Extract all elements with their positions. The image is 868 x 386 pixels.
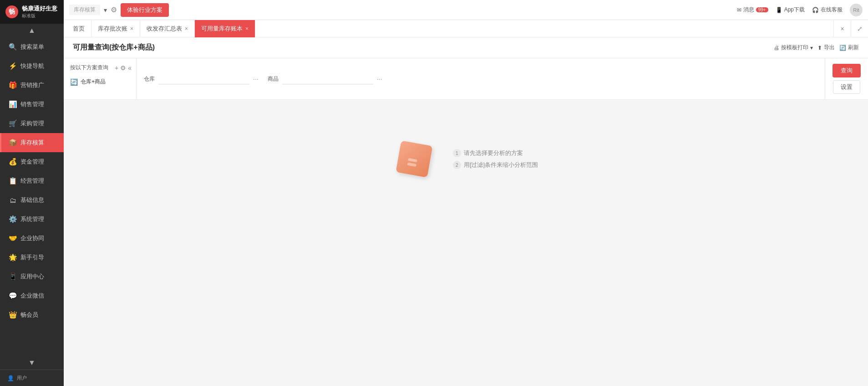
scheme-settings-btn[interactable]: ⚙ xyxy=(120,64,126,72)
refresh-label: 刷新 xyxy=(848,44,859,51)
sidebar-item-newbie[interactable]: 🌟 新手引导 xyxy=(0,248,64,267)
refresh-icon: 🔄 xyxy=(839,45,846,51)
scheme-item-warehouse-product[interactable]: 🔄 仓库+商品 xyxy=(64,75,136,88)
print-btn[interactable]: 🖨 按模板打印 ▾ xyxy=(774,44,813,51)
topbar-gear-icon[interactable]: ⚙ xyxy=(111,5,117,14)
sidebar-item-label: 资金管理 xyxy=(20,158,44,166)
sidebar-item-system[interactable]: ⚙️ 系统管理 xyxy=(0,210,64,229)
app-title-wrap: 畅康通好生意 标准版 xyxy=(22,5,57,19)
sidebar-item-wechat[interactable]: 💬 企业微信 xyxy=(0,286,64,305)
breadcrumb-dropdown[interactable]: ▾ xyxy=(104,6,107,14)
sidebar-bottom: 👤 用户 xyxy=(0,370,64,386)
product-more-btn[interactable]: ··· xyxy=(377,75,382,82)
scheme-item-icon: 🔄 xyxy=(70,78,78,86)
app-download-btn[interactable]: 📱 App下载 xyxy=(776,6,805,14)
tab-available-ledger-close[interactable]: × xyxy=(245,26,249,32)
export-icon: ⬆ xyxy=(817,45,822,51)
folder-icon: 🗂 xyxy=(9,196,17,204)
tab-inout-summary[interactable]: 收发存汇总表 × xyxy=(140,20,195,37)
tab-window-btns: × ⤢ xyxy=(833,20,868,37)
tab-home-label: 首页 xyxy=(73,25,85,33)
page-header: 可用量查询(按仓库+商品) 🖨 按模板打印 ▾ ⬆ 导出 🔄 刷新 xyxy=(64,37,868,58)
app-download-label: App下载 xyxy=(784,6,805,14)
gear-icon: ⚙️ xyxy=(9,215,17,223)
sidebar-item-label: 企业协同 xyxy=(20,234,44,242)
sidebar: 畅 畅康通好生意 标准版 ▲ 🔍 搜索菜单 ⚡ 快捷导航 🎁 营销推广 📊 销售… xyxy=(0,0,64,386)
scheme-collapse-btn[interactable]: « xyxy=(128,64,132,72)
tab-available-ledger-label: 可用量库存账本 xyxy=(201,25,243,33)
main-content: 库存核算 ▾ ⚙ 体验行业方案 ✉ 消息 99+ 📱 App下载 🎧 在线客服 … xyxy=(64,0,868,386)
sidebar-item-purchase[interactable]: 🛒 采购管理 xyxy=(0,114,64,133)
tab-available-ledger[interactable]: 可用量库存账本 × xyxy=(195,20,255,37)
tab-batch-ledger-close[interactable]: × xyxy=(130,26,133,32)
shortcut-icon: ⚡ xyxy=(9,62,17,70)
empty-hints: 1 请先选择要分析的方案 2 用[过滤]条件来缩小分析范围 xyxy=(453,149,538,169)
user-icon: 👤 xyxy=(7,375,14,381)
query-btn[interactable]: 查询 xyxy=(832,64,861,77)
sidebar-scroll-up[interactable]: ▲ xyxy=(0,24,64,37)
hint1-num: 1 xyxy=(453,149,461,157)
tab-expand-window-btn[interactable]: ⤢ xyxy=(851,20,868,37)
hint1-text: 请先选择要分析的方案 xyxy=(464,149,523,157)
sidebar-item-search[interactable]: 🔍 搜索菜单 xyxy=(0,37,64,57)
print-label: 按模板打印 xyxy=(781,44,808,51)
sidebar-item-marketing[interactable]: 🎁 营销推广 xyxy=(0,76,64,95)
sidebar-item-member[interactable]: 👑 畅会员 xyxy=(0,305,64,324)
sidebar-item-basic[interactable]: 🗂 基础信息 xyxy=(0,190,64,210)
sidebar-item-label: 系统管理 xyxy=(20,215,44,223)
trial-btn[interactable]: 体验行业方案 xyxy=(121,3,169,17)
sidebar-item-label: 畅会员 xyxy=(20,311,38,319)
tab-home[interactable]: 首页 xyxy=(64,20,91,37)
warehouse-label: 仓库 xyxy=(144,75,155,83)
empty-illustration xyxy=(394,136,439,182)
query-field-warehouse: 仓库 ··· xyxy=(144,74,259,84)
sidebar-item-label: 企业微信 xyxy=(20,292,44,300)
app-logo: 畅 xyxy=(5,5,18,18)
setting-btn[interactable]: 设置 xyxy=(833,80,860,94)
product-input[interactable] xyxy=(282,74,373,84)
empty-hint-1: 1 请先选择要分析的方案 xyxy=(453,149,538,157)
sidebar-item-appstore[interactable]: 📱 应用中心 xyxy=(0,267,64,286)
sidebar-item-inventory[interactable]: 📦 库存核算 xyxy=(0,133,64,152)
tab-batch-ledger[interactable]: 库存批次账 × xyxy=(91,20,140,37)
scheme-item-label: 仓库+商品 xyxy=(81,78,106,86)
refresh-btn[interactable]: 🔄 刷新 xyxy=(839,44,859,51)
scheme-header-label: 按以下方案查询 xyxy=(70,64,108,72)
warehouse-input[interactable] xyxy=(158,74,249,84)
scheme-header-actions: + ⚙ « xyxy=(115,64,132,72)
export-label: 导出 xyxy=(824,44,835,51)
tab-inout-summary-close[interactable]: × xyxy=(185,26,188,32)
sidebar-item-operations[interactable]: 📋 经营管理 xyxy=(0,171,64,190)
sidebar-item-sales[interactable]: 📊 销售管理 xyxy=(0,95,64,114)
sidebar-item-label: 采购管理 xyxy=(20,119,44,128)
sidebar-item-label: 搜索菜单 xyxy=(20,43,44,51)
sidebar-scroll-down[interactable]: ▼ xyxy=(0,356,64,370)
content-area: 可用量查询(按仓库+商品) 🖨 按模板打印 ▾ ⬆ 导出 🔄 刷新 xyxy=(64,37,868,386)
online-service-btn[interactable]: 🎧 在线客服 xyxy=(812,6,843,14)
tab-close-window-btn[interactable]: × xyxy=(833,20,851,37)
query-scheme-sidebar: 按以下方案查询 + ⚙ « 🔄 仓库+商品 xyxy=(64,58,137,99)
sidebar-item-label: 新手引导 xyxy=(20,253,44,262)
box-face2 xyxy=(407,163,416,167)
crown-icon: 👑 xyxy=(9,311,17,319)
message-label: 消息 xyxy=(743,6,754,14)
star-icon: 🌟 xyxy=(9,253,17,262)
sidebar-item-enterprise[interactable]: 🤝 企业协同 xyxy=(0,229,64,248)
tabs-bar: 首页 库存批次账 × 收发存汇总表 × 可用量库存账本 × × ⤢ xyxy=(64,20,868,37)
app-subtitle: 标准版 xyxy=(22,13,57,19)
query-panel: 按以下方案查询 + ⚙ « 🔄 仓库+商品 仓库 ··· xyxy=(64,58,868,100)
user-avatar-btn[interactable]: Rit xyxy=(850,4,863,16)
topbar-right: ✉ 消息 99+ 📱 App下载 🎧 在线客服 Rit xyxy=(737,4,863,16)
sidebar-item-shortcut[interactable]: ⚡ 快捷导航 xyxy=(0,57,64,76)
scheme-add-btn[interactable]: + xyxy=(115,64,118,72)
sidebar-item-finance[interactable]: 💰 资金管理 xyxy=(0,152,64,171)
warehouse-more-btn[interactable]: ··· xyxy=(253,75,259,82)
box-icon: 📦 xyxy=(9,139,17,147)
phone-icon: 📱 xyxy=(776,7,782,13)
hint2-num: 2 xyxy=(453,161,461,169)
export-btn[interactable]: ⬆ 导出 xyxy=(817,44,835,51)
message-btn[interactable]: ✉ 消息 99+ xyxy=(737,6,768,14)
page-title: 可用量查询(按仓库+商品) xyxy=(73,43,155,52)
chat-icon: 💬 xyxy=(9,292,17,300)
sidebar-item-label: 营销推广 xyxy=(20,81,44,89)
